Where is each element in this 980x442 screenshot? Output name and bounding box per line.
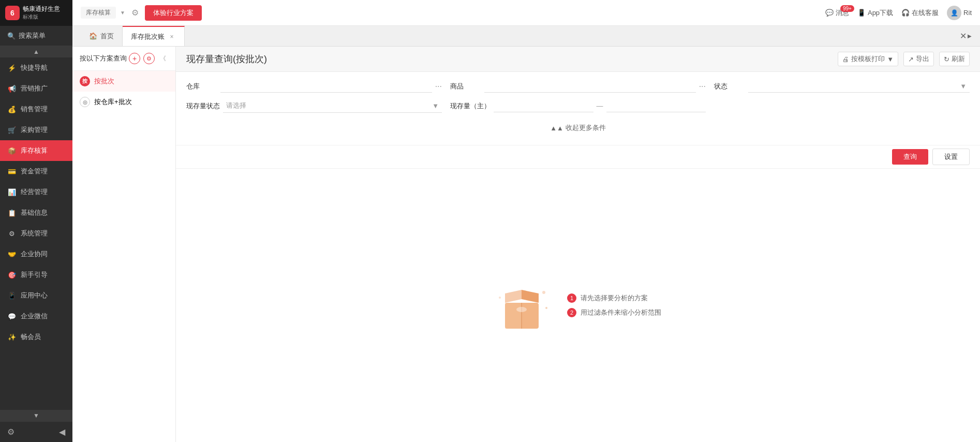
settings-button[interactable]: 设置 (932, 149, 970, 165)
online-service-label: 在线客服 (912, 8, 939, 18)
app-download-button[interactable]: 📱 App下载 (857, 8, 893, 18)
scheme-by-batch-label: 按批次 (94, 77, 114, 86)
left-panel-collapse-button[interactable]: 《 (158, 53, 168, 64)
status-select[interactable]: ▼ (748, 80, 970, 93)
sidebar-item-member[interactable]: ✨ 畅会员 (0, 327, 72, 347)
sidebar-item-system[interactable]: ⚙ 系统管理 (0, 223, 72, 244)
sidebar-item-marketing[interactable]: 📢 营销推广 (0, 78, 72, 99)
sidebar-item-sales[interactable]: 💰 销售管理 (0, 99, 72, 120)
username: Rit (963, 9, 972, 17)
sidebar-item-wechat[interactable]: 💬 企业微信 (0, 306, 72, 327)
breadcrumb-chevron: ▼ (120, 10, 125, 16)
print-button[interactable]: 🖨 按模板打印 ▼ (838, 52, 898, 66)
svg-marker-2 (522, 290, 539, 303)
add-scheme-button[interactable]: + (129, 53, 140, 64)
brand-name: 畅康通好生意 (23, 5, 60, 13)
left-panel-actions: + ⚙ 《 (129, 53, 168, 64)
warehouse-dots-button[interactable]: ··· (435, 82, 442, 91)
product-input[interactable] (484, 80, 696, 93)
messages-badge: 99+ (840, 5, 854, 12)
warehouse-input[interactable] (220, 80, 432, 93)
sidebar-scroll-down[interactable]: ▼ (0, 410, 72, 421)
scheme-by-warehouse-batch[interactable]: ◎ 按仓库+批次 (72, 92, 175, 112)
sidebar: 6 畅康通好生意 标准版 🔍 搜索菜单 ▲ ⚡ 快捷导航 📢 营销推广 💰 销售… (0, 0, 72, 442)
sidebar-icon-wechat: 💬 (7, 312, 17, 321)
tab-home-label: 首页 (100, 32, 114, 41)
online-service-button[interactable]: 🎧 在线客服 (901, 8, 939, 18)
scheme-by-batch[interactable]: 按 按批次 (72, 71, 175, 92)
search-icon: 🔍 (7, 32, 16, 40)
sidebar-header: 6 畅康通好生意 标准版 (0, 0, 72, 26)
inventory-status-label: 现存量状态 (186, 101, 220, 111)
svg-point-7 (499, 297, 501, 299)
left-panel-title: 按以下方案查询 (80, 54, 127, 63)
footer-collapse-icon[interactable]: ◀ (59, 427, 65, 437)
content-area: 按以下方案查询 + ⚙ 《 按 按批次 ◎ 按仓库+批次 (72, 47, 980, 442)
sidebar-item-operations[interactable]: 📊 经营管理 (0, 182, 72, 202)
app-logo: 6 (5, 6, 20, 20)
sidebar-item-inventory[interactable]: 📦 库存核算 (0, 140, 72, 161)
filter-area: 仓库 ··· 商品 ··· 状态 ▼ (176, 72, 980, 145)
quantity-from-input[interactable] (494, 100, 593, 112)
brand-sub: 标准版 (23, 13, 60, 21)
sidebar-search[interactable]: 🔍 搜索菜单 (0, 26, 72, 46)
refresh-label: 刷新 (952, 54, 965, 64)
empty-illustration (495, 279, 546, 331)
sidebar-item-finance[interactable]: 💳 资金管理 (0, 161, 72, 182)
scheme-settings-button[interactable]: ⚙ (143, 53, 155, 64)
collapse-more-button[interactable]: ▲▲ 收起更多条件 (186, 119, 970, 137)
sidebar-icon-app-center: 📱 (7, 291, 17, 300)
message-icon: 💬 (825, 9, 834, 17)
hint-item-2: 2 用过滤条件来缩小分析范围 (567, 308, 661, 317)
messages-button[interactable]: 💬 消息 99+ (825, 8, 849, 18)
sidebar-item-enterprise[interactable]: 🤝 企业协同 (0, 244, 72, 264)
export-button[interactable]: ↗ 导出 (903, 52, 934, 66)
hint-2-num: 2 (567, 308, 576, 317)
sidebar-scroll-up[interactable]: ▲ (0, 46, 72, 57)
refresh-button[interactable]: ↻ 刷新 (939, 52, 970, 66)
sidebar-label-wechat: 企业微信 (21, 312, 48, 321)
tab-inventory-batch[interactable]: 库存批次账 × (123, 26, 185, 46)
export-label: 导出 (916, 54, 929, 64)
sidebar-icon-sales: 💰 (7, 105, 17, 114)
sidebar-icon-operations: 📊 (7, 187, 17, 197)
sidebar-icon-system: ⚙ (7, 229, 17, 238)
footer-settings-icon[interactable]: ⚙ (7, 427, 14, 437)
service-icon: 🎧 (901, 9, 910, 17)
app-download-label: App下载 (868, 8, 893, 18)
page-header: 现存量查询(按批次) 🖨 按模板打印 ▼ ↗ 导出 ↻ 刷新 (176, 47, 980, 72)
sidebar-item-basic[interactable]: 📋 基础信息 (0, 202, 72, 223)
quantity-to-input[interactable] (606, 100, 706, 112)
product-dots-button[interactable]: ··· (699, 82, 706, 91)
print-icon: 🖨 (842, 55, 849, 63)
hint-item-1: 1 请先选择要分析的方案 (567, 293, 661, 303)
close-icon: ✕ (960, 31, 967, 41)
sidebar-item-guide[interactable]: 🎯 新手引导 (0, 264, 72, 285)
scheme-gear-icon: ⚙ (146, 55, 152, 62)
tab-close-icon[interactable]: × (168, 33, 176, 41)
left-panel: 按以下方案查询 + ⚙ 《 按 按批次 ◎ 按仓库+批次 (72, 47, 176, 442)
status-label: 状态 (714, 82, 745, 91)
svg-rect-3 (505, 303, 522, 329)
sidebar-item-purchase[interactable]: 🛒 采购管理 (0, 120, 72, 140)
hint-2-text: 用过滤条件来缩小分析范围 (581, 308, 661, 317)
sidebar-item-app-center[interactable]: 📱 应用中心 (0, 285, 72, 306)
trial-button[interactable]: 体验行业方案 (145, 5, 202, 21)
user-menu[interactable]: 👤 Rit (947, 6, 972, 20)
warehouse-label: 仓库 (186, 82, 217, 91)
tab-home[interactable]: 🏠 首页 (81, 26, 123, 46)
sidebar-label-basic: 基础信息 (21, 208, 48, 217)
search-label: 搜索菜单 (19, 31, 46, 40)
print-chevron: ▼ (887, 55, 894, 63)
scheme-by-warehouse-batch-label: 按仓库+批次 (94, 97, 132, 107)
query-button[interactable]: 查询 (892, 149, 928, 165)
sidebar-label-marketing: 营销推广 (21, 84, 48, 93)
inventory-status-select[interactable]: 请选择 ▼ (223, 99, 442, 113)
sidebar-item-quick-nav[interactable]: ⚡ 快捷导航 (0, 57, 72, 78)
empty-state: 1 请先选择要分析的方案 2 用过滤条件来缩小分析范围 (176, 169, 980, 442)
sidebar-label-enterprise: 企业协同 (21, 249, 48, 259)
topbar-gear-icon[interactable]: ⚙ (129, 6, 141, 20)
filter-inventory-status: 现存量状态 请选择 ▼ (186, 99, 442, 113)
filter-row-1: 仓库 ··· 商品 ··· 状态 ▼ (186, 80, 970, 93)
tab-panel-close[interactable]: ✕ ▶ (960, 31, 972, 41)
